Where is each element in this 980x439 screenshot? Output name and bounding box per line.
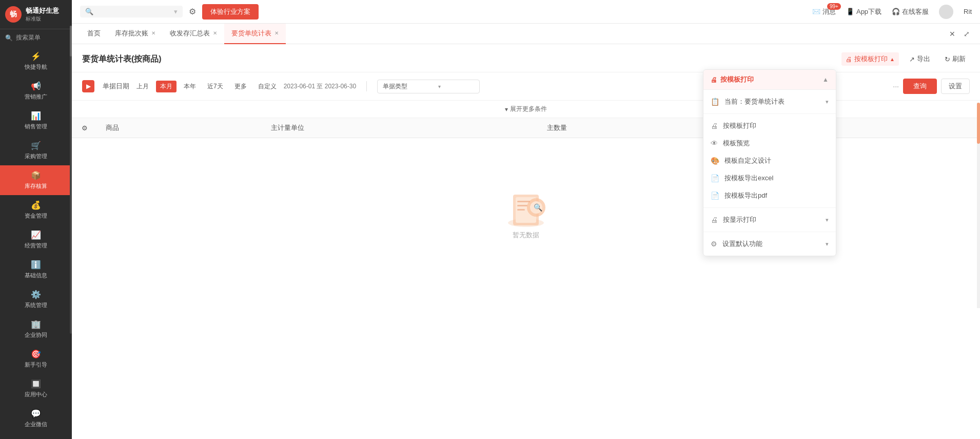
export-excel-icon: 📄 xyxy=(711,174,719,182)
settings-button[interactable]: 设置 xyxy=(941,79,970,94)
print-template-btn[interactable]: 🖨 按模板打印 ▲ xyxy=(841,52,899,66)
svg-text:🔍: 🔍 xyxy=(534,203,543,212)
dropdown-item-template-preview[interactable]: 👁 模板预览 xyxy=(703,135,836,152)
date-btn-this-year[interactable]: 本年 xyxy=(180,81,200,92)
more-options-icon[interactable]: ··· xyxy=(893,82,899,90)
dropdown-chevron-up-icon[interactable]: ▲ xyxy=(822,76,829,83)
tab-close-control[interactable]: ✕ xyxy=(947,29,957,39)
sidebar-item-guide[interactable]: 🎯 新手引导 xyxy=(0,344,72,374)
dropdown-item-export-excel[interactable]: 📄 按模板导出excel xyxy=(703,169,836,187)
refresh-btn[interactable]: ↻ 刷新 xyxy=(940,52,970,66)
app-download-item[interactable]: 📱 App下载 xyxy=(846,7,881,16)
date-btn-custom[interactable]: 自定义 xyxy=(254,81,281,92)
page-title: 要货单统计表(按商品) xyxy=(82,54,162,65)
topbar-right: ✉️ 消息 99+ 📱 App下载 🎧 在线客服 Rit xyxy=(812,5,972,19)
message-item[interactable]: ✉️ 消息 99+ xyxy=(812,7,836,16)
filter-collapse-btn[interactable]: ▶ xyxy=(82,80,94,92)
table-header: ⚙ 商品 主计量单位 主数量 零售金额 xyxy=(72,118,980,138)
sidebar-item-system[interactable]: ⚙️ 系统管理 xyxy=(0,284,72,314)
tab-expand-control[interactable]: ⤢ xyxy=(962,29,972,39)
tab-controls: ✕ ⤢ xyxy=(947,29,972,39)
sidebar-item-enterprise[interactable]: 🏢 企业协同 xyxy=(0,314,72,344)
logo-text: 畅通好生意 标准版 xyxy=(26,7,59,22)
sidebar-item-app-center[interactable]: 🔲 应用中心 xyxy=(0,374,72,404)
date-range-display: 2023-06-01 至 2023-06-30 xyxy=(284,82,356,91)
query-button[interactable]: 查询 xyxy=(903,79,937,94)
expand-more-bar[interactable]: ▾ 展开更多条件 xyxy=(72,101,980,118)
tab-close-requisition-stats[interactable]: ✕ xyxy=(275,30,279,36)
sidebar-item-purchase[interactable]: 🛒 采购管理 xyxy=(0,136,72,165)
current-template-icon: 📋 xyxy=(711,98,719,106)
select-arrow-icon: ▾ xyxy=(438,84,441,89)
display-print-arrow: ▾ xyxy=(826,217,829,223)
right-scrollbar[interactable] xyxy=(977,103,980,308)
print-template-dropdown: 🖨 按模板打印 ▲ 📋 当前：要货单统计表 ▾ 🖨 按模板打印 👁 模板预览 🎨… xyxy=(703,69,836,256)
dropdown-item-export-pdf[interactable]: 📄 按模板导出pdf xyxy=(703,187,836,204)
sidebar-item-sales[interactable]: 📊 销售管理 xyxy=(0,106,72,136)
set-default-item[interactable]: ⚙ 设置默认功能 ▾ xyxy=(703,235,836,253)
sidebar-item-marketing[interactable]: 📢 营销推广 xyxy=(0,76,72,106)
sidebar-scrollbar-thumb xyxy=(70,26,72,56)
sidebar-search[interactable]: 🔍 搜索菜单 xyxy=(0,29,72,46)
data-table: ⚙ 商品 主计量单位 主数量 零售金额 xyxy=(72,118,980,138)
template-print-icon: 🖨 xyxy=(711,122,718,130)
empty-illustration: 🔍 xyxy=(498,179,554,231)
chevron-up-icon: ▲ xyxy=(890,56,895,62)
tab-close-batch-account[interactable]: ✕ xyxy=(151,30,155,36)
set-default-icon: ⚙ xyxy=(711,240,717,248)
topbar-search-area[interactable]: 🔍 ▾ xyxy=(80,6,183,17)
sidebar-scrollbar[interactable] xyxy=(70,26,72,334)
logo-icon: 畅 xyxy=(5,6,22,23)
sidebar-item-vip[interactable]: V 畅会员 xyxy=(0,433,72,439)
dropdown-arrow-icon[interactable]: ▾ xyxy=(174,8,178,15)
empty-state: 🔍 暂无数据 xyxy=(72,138,980,281)
user-avatar-item[interactable] xyxy=(939,5,953,19)
dropdown-item-template-print[interactable]: 🖨 按模板打印 xyxy=(703,117,836,135)
col-unit: 主计量单位 xyxy=(263,118,539,138)
sales-icon: 📊 xyxy=(31,111,41,121)
date-btn-this-month[interactable]: 本月 xyxy=(156,81,177,92)
tab-batch-account[interactable]: 库存批次账 ✕ xyxy=(108,24,163,44)
tab-requisition-stats[interactable]: 要货单统计表 ✕ xyxy=(224,24,286,44)
date-filter-group: 单据日期 上月 本月 本年 近7天 更多 自定义 2023-06-01 至 20… xyxy=(103,81,356,92)
tab-close-receipt-summary[interactable]: ✕ xyxy=(213,30,217,36)
online-service-item[interactable]: 🎧 在线客服 xyxy=(892,7,929,16)
right-scrollbar-thumb xyxy=(977,103,980,144)
col-settings[interactable]: ⚙ xyxy=(72,118,97,138)
order-type-select[interactable]: 单据类型 ▾ xyxy=(377,80,480,93)
basic-icon: ℹ️ xyxy=(31,260,41,270)
tab-receipt-summary[interactable]: 收发存汇总表 ✕ xyxy=(163,24,224,44)
refresh-icon: ↻ xyxy=(945,55,950,63)
sidebar-item-operations[interactable]: 📈 经营管理 xyxy=(0,225,72,255)
sidebar-item-inventory[interactable]: 📦 库存核算 xyxy=(0,165,72,195)
template-custom-icon: 🎨 xyxy=(711,157,719,165)
main-content: 🔍 ▾ ⚙ 体验行业方案 ✉️ 消息 99+ 📱 App下载 🎧 在线客服 xyxy=(72,0,980,439)
tab-home[interactable]: 首页 xyxy=(80,24,108,44)
date-btn-7days[interactable]: 近7天 xyxy=(203,81,227,92)
display-print-item[interactable]: 🖨 按显示打印 ▾ xyxy=(703,211,836,228)
content-inner: 要货单统计表(按商品) 🖨 按模板打印 ▲ ↗ 导出 ↻ 刷新 xyxy=(72,44,980,439)
finance-icon: 💰 xyxy=(31,200,41,210)
search-icon: 🔍 xyxy=(5,34,13,42)
tabbar: 首页 库存批次账 ✕ 收发存汇总表 ✕ 要货单统计表 ✕ ✕ ⤢ xyxy=(72,24,980,44)
system-icon: ⚙️ xyxy=(31,290,41,299)
current-template-item[interactable]: 📋 当前：要货单统计表 ▾ xyxy=(703,93,836,110)
dropdown-item-template-custom[interactable]: 🎨 模板自定义设计 xyxy=(703,152,836,169)
app-center-icon: 🔲 xyxy=(31,379,41,389)
sidebar: 畅 畅通好生意 标准版 🔍 搜索菜单 ⚡ 快捷导航 📢 营销推广 📊 销售管理 … xyxy=(0,0,72,439)
dropdown-section-set-default: ⚙ 设置默认功能 ▾ xyxy=(703,232,836,256)
topbar-settings-icon[interactable]: ⚙ xyxy=(189,7,196,16)
filter-bar: ▶ 单据日期 上月 本月 本年 近7天 更多 自定义 2023-06-01 至 … xyxy=(72,72,980,101)
sidebar-item-finance[interactable]: 💰 资金管理 xyxy=(0,195,72,225)
trial-button[interactable]: 体验行业方案 xyxy=(202,4,259,20)
filter-divider xyxy=(366,81,367,91)
sidebar-item-enterprise-wechat[interactable]: 💬 企业微信 xyxy=(0,404,72,433)
sidebar-item-basic[interactable]: ℹ️ 基础信息 xyxy=(0,255,72,284)
sidebar-item-quick-nav[interactable]: ⚡ 快捷导航 xyxy=(0,46,72,76)
date-btn-more[interactable]: 更多 xyxy=(230,81,251,92)
export-btn[interactable]: ↗ 导出 xyxy=(905,52,934,66)
date-btn-last-month[interactable]: 上月 xyxy=(132,81,153,92)
app-logo: 畅 畅通好生意 标准版 xyxy=(0,0,72,29)
dropdown-section-current: 📋 当前：要货单统计表 ▾ xyxy=(703,90,836,114)
search-input[interactable] xyxy=(96,8,168,15)
